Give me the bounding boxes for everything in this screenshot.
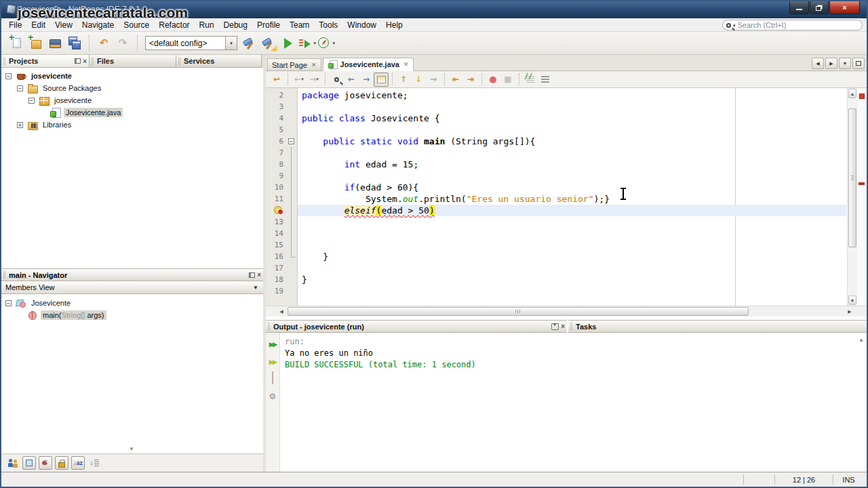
output-header[interactable]: Output - josevicente (run) × <box>266 320 567 333</box>
code-line[interactable]: 8 int edad = 15; <box>266 159 846 170</box>
expander-minus-icon[interactable]: − <box>5 73 12 79</box>
combobox-dropdown-icon[interactable]: ▾ <box>225 37 237 49</box>
code-line[interactable]: 7 <box>266 147 846 159</box>
tab-list-dropdown-button[interactable]: ▼ <box>839 58 851 69</box>
line-number[interactable]: 11 <box>266 193 286 205</box>
show-static-members-button[interactable]: S <box>39 456 52 470</box>
scroll-tabs-right-button[interactable]: ▶ <box>825 58 837 69</box>
line-number[interactable]: 6 <box>266 136 286 147</box>
line-number[interactable]: 4 <box>266 113 286 124</box>
open-project-button[interactable] <box>46 34 65 53</box>
output-rerun-button[interactable]: ▶▶ <box>269 337 276 349</box>
navigator-tree-row[interactable]: −Josevicente <box>1 297 263 309</box>
output-stop-button[interactable] <box>272 372 273 384</box>
code-line[interactable]: 2package josevicente; <box>266 89 846 101</box>
close-tab-icon[interactable]: ✕ <box>311 62 317 68</box>
project-tree-row[interactable]: −josevicente <box>1 70 263 82</box>
code-line[interactable]: 6− public static void main (String args[… <box>266 136 846 147</box>
expander-plus-icon[interactable]: + <box>17 122 23 128</box>
code-line[interactable]: 5 <box>266 124 846 136</box>
menu-item-debug[interactable]: Debug <box>219 19 252 31</box>
horizontal-scrollbar[interactable]: ◀ ▶ <box>266 306 867 317</box>
next-bookmark-button[interactable]: ↓ <box>411 73 426 87</box>
code-line[interactable]: 3 <box>266 101 846 113</box>
menu-item-team[interactable]: Team <box>285 19 314 31</box>
minimize-window-icon[interactable] <box>75 58 81 64</box>
line-number[interactable]: 2 <box>266 89 286 101</box>
tasks-header[interactable]: Tasks <box>568 320 867 333</box>
forward-button[interactable]: →▾ <box>307 73 321 87</box>
clean-and-build-project-button[interactable] <box>259 34 278 53</box>
scroll-right-icon[interactable]: ▶ <box>845 307 854 316</box>
line-number[interactable]: 7 <box>266 147 286 159</box>
scroll-tabs-left-button[interactable]: ◀ <box>812 58 824 69</box>
menu-item-tools[interactable]: Tools <box>314 19 342 31</box>
menu-item-help[interactable]: Help <box>381 19 408 31</box>
show-inherited-members-button[interactable] <box>6 456 20 470</box>
code-line[interactable]: 15 <box>266 239 846 251</box>
vertical-scrollbar[interactable]: ▲ ▼ <box>847 88 857 306</box>
scroll-left-icon[interactable]: ◀ <box>277 307 286 316</box>
quick-search-box[interactable]: ▾ <box>722 20 863 30</box>
code-line[interactable]: 14 <box>266 228 846 239</box>
project-tree-row[interactable]: −josevicente <box>1 94 263 106</box>
code-line[interactable]: 10 if(edad > 60){ <box>266 182 846 193</box>
save-all-documents-button[interactable] <box>65 34 84 53</box>
tasks-scroll-up-icon[interactable]: ▲ <box>859 337 864 343</box>
stop-macro-recording-button[interactable]: ■ <box>500 73 515 87</box>
horizontal-scrollbar-thumb[interactable] <box>288 307 749 316</box>
line-number[interactable]: 17 <box>266 262 286 274</box>
code-line[interactable]: 13 <box>266 216 846 228</box>
scroll-up-icon[interactable]: ▲ <box>848 89 856 98</box>
debug-project-button[interactable]: ▾ <box>297 34 316 53</box>
code-line[interactable]: 18} <box>266 274 846 285</box>
minimize-window-icon[interactable] <box>249 272 255 278</box>
code-line[interactable]: 16 } <box>266 251 846 262</box>
menu-item-run[interactable]: Run <box>195 19 219 31</box>
code-line[interactable]: 4public class Josevicente { <box>266 113 846 124</box>
undo-button[interactable]: ↶ <box>94 34 113 53</box>
find-selection-button[interactable] <box>329 73 344 87</box>
editor-tab-start-page[interactable]: Start Page✕ <box>267 58 321 71</box>
project-tree-row[interactable]: Josevicente.java <box>1 106 263 119</box>
error-hint-icon[interactable] <box>274 206 282 214</box>
sort-alphabetically-button[interactable]: ↓az <box>71 456 85 470</box>
start-macro-recording-button[interactable]: ● <box>486 73 500 87</box>
explorer-tab-services[interactable]: Services <box>176 55 262 68</box>
line-number[interactable]: 5 <box>266 124 286 136</box>
line-number[interactable]: 15 <box>266 239 286 251</box>
redo-button[interactable]: ↷ <box>113 34 132 53</box>
error-stripe[interactable] <box>857 88 867 306</box>
vertical-scrollbar-thumb[interactable] <box>848 108 856 247</box>
navigator-header[interactable]: main - Navigator × <box>1 268 263 281</box>
code-line[interactable]: 9 <box>266 170 846 182</box>
code-line[interactable]: 11 System.out.println("Eres un usuario s… <box>266 193 846 205</box>
output-console[interactable]: run:Ya no eres un niñoBUILD SUCCESSFUL (… <box>280 333 567 472</box>
editor-tab-josevicente-java[interactable]: Josevicente.java✕ <box>323 58 414 71</box>
splitter-collapse-icon[interactable]: ▼ <box>129 446 134 452</box>
code-editor[interactable]: 2package josevicente;34public class Jose… <box>266 88 867 306</box>
line-number[interactable]: 9 <box>266 170 286 182</box>
shift-line-right-button[interactable]: ⇥ <box>463 73 478 87</box>
output-settings-button[interactable]: ⚙ <box>269 390 277 402</box>
scroll-down-icon[interactable]: ▼ <box>848 296 856 305</box>
menu-item-window[interactable]: Window <box>342 19 381 31</box>
line-number[interactable]: 10 <box>266 182 286 193</box>
menu-item-profile[interactable]: Profile <box>252 19 285 31</box>
line-number[interactable] <box>266 205 286 216</box>
project-tree-row[interactable]: +Libraries <box>1 119 263 131</box>
expander-minus-icon[interactable]: − <box>5 300 12 306</box>
show-fields-button[interactable] <box>22 456 36 470</box>
insert-mode-indicator[interactable]: INS <box>833 474 864 485</box>
expander-minus-icon[interactable]: − <box>17 85 23 92</box>
back-button[interactable]: ←▾ <box>292 73 307 87</box>
last-edit-location-button[interactable]: ↩ <box>269 73 284 87</box>
profile-project-button[interactable]: ▾ <box>316 34 335 53</box>
show-non-public-members-button[interactable] <box>55 456 68 470</box>
projects-tree[interactable]: −josevicente−Source Packages−josevicente… <box>1 68 263 265</box>
explorer-tab-files[interactable]: Files <box>90 55 176 68</box>
line-number[interactable]: 16 <box>266 251 286 262</box>
new-file-button[interactable]: + <box>8 34 27 53</box>
config-combobox[interactable]: <default config>▾ <box>145 36 237 50</box>
find-previous-occurrence-button[interactable]: ← <box>344 73 359 87</box>
